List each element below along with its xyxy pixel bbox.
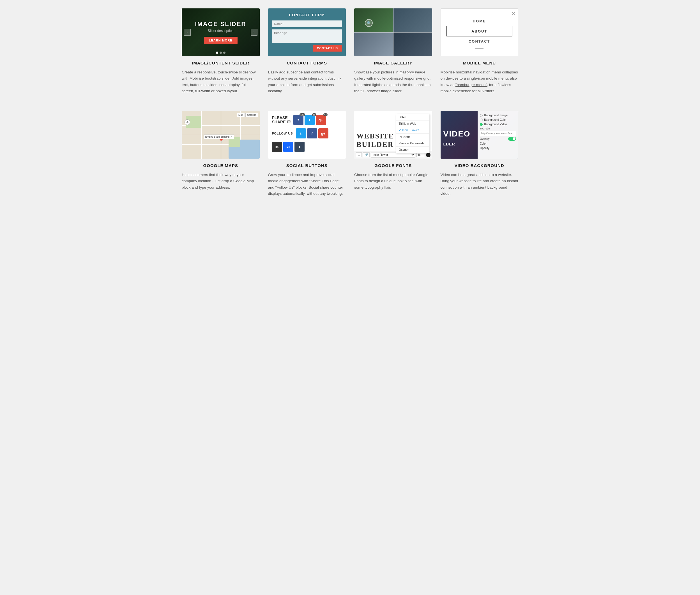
font-titillium[interactable]: Titillium Web: [396, 120, 429, 127]
card-desc-mobile: Mobirise horizontal navigation menu coll…: [440, 69, 518, 94]
font-align-left[interactable]: ☰: [356, 152, 362, 157]
card-video-background: VIDEOLDER Background Image Background Co…: [440, 111, 518, 197]
bootstrap-slider-link[interactable]: bootstrap slider: [205, 76, 231, 80]
follow-googleplus[interactable]: g+: [318, 129, 328, 138]
card-desc-contact: Easily add subscribe and contact forms w…: [268, 69, 346, 94]
background-video-link[interactable]: background video: [440, 185, 507, 196]
card-desc-social: Grow your audience and improve social me…: [268, 172, 346, 197]
contact-preview-image: CONTACT FORM CONTACT US: [268, 8, 346, 56]
video-overlay-toggle[interactable]: [508, 137, 516, 141]
features-row-1: ‹ IMAGE SLIDER Slider description LEARN …: [182, 8, 518, 94]
slider-dots: [216, 52, 225, 54]
social-googleplus-share[interactable]: g+47: [316, 115, 326, 125]
fb-count: 102: [299, 113, 305, 116]
map-road-v1: [201, 111, 201, 159]
card-mobile-menu: ✕ HOME ABOUT CONTACT MOBILE MENU Mobiris…: [440, 8, 518, 94]
font-oxygen[interactable]: Oxygen: [396, 147, 429, 153]
slider-dot-1[interactable]: [216, 52, 218, 54]
card-desc-slider: Create a responsive, touch-swipe slidesh…: [182, 69, 260, 94]
social-preview-content: PLEASESHARE IT! f102 t19 g+47: [268, 111, 346, 159]
card-google-fonts: Bitter Titillium Web Indie Flower PT Ser…: [354, 111, 432, 197]
follow-twitter[interactable]: t: [296, 129, 306, 138]
fonts-preview-content: Bitter Titillium Web Indie Flower PT Ser…: [354, 111, 432, 159]
gallery-cell-3: [354, 32, 393, 56]
map-label-close[interactable]: ✕: [230, 135, 233, 138]
card-google-maps: Map Satellite ✛ 📍 Empire State Building …: [182, 111, 260, 197]
fonts-demo-text: WEBSITE BUILDER: [356, 132, 396, 149]
follow-tumblr[interactable]: t: [294, 142, 304, 152]
social-follow-title: FOLLOW US: [272, 132, 293, 135]
social-twitter-share[interactable]: t19: [304, 115, 315, 125]
card-desc-gallery: Showcase your pictures in masonry image …: [354, 69, 432, 94]
video-bg-video-label: Background Video: [484, 123, 507, 126]
gallery-search-icon[interactable]: 🔍: [365, 19, 373, 27]
video-bg-video-radio[interactable]: [480, 123, 483, 126]
map-label-text: Empire State Building: [205, 135, 230, 138]
fonts-dropdown[interactable]: Bitter Titillium Web Indie Flower PT Ser…: [396, 114, 429, 153]
font-link[interactable]: 🔗: [363, 152, 370, 157]
card-desc-video: Video can be a great addition to a websi…: [440, 172, 518, 197]
font-yanone[interactable]: Yanone Kaffeesatz: [396, 140, 429, 147]
video-youtube-input[interactable]: [480, 131, 516, 136]
video-bg-image-label: Background Image: [484, 114, 508, 117]
follow-github[interactable]: gh: [272, 142, 282, 152]
video-bg-color-row: Background Color: [480, 118, 516, 121]
contact-submit-button[interactable]: CONTACT US: [313, 45, 342, 52]
contact-message-input[interactable]: [272, 29, 342, 43]
mobile-menu-close-icon[interactable]: ✕: [512, 11, 515, 16]
slider-right-arrow[interactable]: ›: [251, 29, 258, 36]
card-image-slider: ‹ IMAGE SLIDER Slider description LEARN …: [182, 8, 260, 94]
slider-learn-more-button[interactable]: LEARN MORE: [204, 37, 238, 44]
video-color-row: Color: [480, 142, 516, 145]
social-share-icons: f102 t19 g+47: [293, 115, 326, 125]
card-title-contact: CONTACT FORMS: [268, 60, 346, 65]
gallery-preview-image: 🔍: [354, 8, 432, 56]
video-overlay-label: Overlay: [480, 137, 489, 140]
map-map-button[interactable]: Map: [237, 113, 245, 117]
video-opacity-row: Opacity: [480, 147, 516, 150]
card-social-buttons: PLEASESHARE IT! f102 t19 g+47: [268, 111, 346, 197]
slider-dot-2[interactable]: [220, 52, 222, 54]
slider-preview-content: ‹ IMAGE SLIDER Slider description LEARN …: [182, 8, 260, 56]
slider-left-arrow[interactable]: ‹: [184, 29, 191, 36]
gallery-cell-4: [394, 32, 432, 56]
social-more-icons: gh Bē t: [272, 142, 342, 152]
card-title-video: VIDEO BACKGROUND: [440, 163, 518, 168]
fonts-preview-image: Bitter Titillium Web Indie Flower PT Ser…: [354, 111, 432, 159]
card-image-gallery: 🔍 IMAGE GALLERY Showcase your pictures i…: [354, 8, 432, 94]
video-bg-color-label: Background Color: [484, 118, 507, 121]
features-row-2: Map Satellite ✛ 📍 Empire State Building …: [182, 111, 518, 197]
video-bg-image-row: Background Image: [480, 114, 516, 117]
follow-facebook[interactable]: f: [307, 129, 317, 138]
mobile-nav-about[interactable]: ABOUT: [447, 26, 513, 36]
follow-behance[interactable]: Bē: [283, 142, 293, 152]
video-bg-color-radio[interactable]: [480, 118, 483, 121]
font-indie-flower[interactable]: Indie Flower: [396, 127, 429, 134]
font-pt-serif[interactable]: PT Serif: [396, 134, 429, 140]
slider-heading: IMAGE SLIDER: [195, 21, 246, 28]
slider-dot-3[interactable]: [223, 52, 225, 54]
masonry-gallery-link[interactable]: masonry image gallery: [354, 70, 426, 80]
video-opacity-label: Opacity: [480, 147, 489, 150]
social-share-title: PLEASESHARE IT!: [272, 116, 292, 124]
gallery-cell-1: [354, 8, 393, 32]
contact-name-input[interactable]: [272, 21, 342, 27]
mobile-menu-link[interactable]: mobile menu: [486, 76, 508, 80]
mobile-nav-home[interactable]: HOME: [441, 16, 518, 26]
contact-preview-content: CONTACT FORM CONTACT US: [268, 8, 346, 56]
hamburger-menu-link[interactable]: "hamburger menu": [455, 83, 487, 87]
card-title-maps: GOOGLE MAPS: [182, 163, 260, 168]
video-preview-content: VIDEOLDER Background Image Background Co…: [440, 111, 518, 159]
social-facebook-share[interactable]: f102: [293, 115, 303, 125]
slider-subtext: Slider description: [208, 29, 234, 33]
card-contact-forms: CONTACT FORM CONTACT US CONTACT FORMS Ea…: [268, 8, 346, 94]
mobile-nav-divider: [475, 48, 484, 49]
font-bitter[interactable]: Bitter: [396, 114, 429, 120]
map-satellite-button[interactable]: Satellite: [245, 113, 258, 117]
mobile-nav-contact[interactable]: CONTACT: [441, 36, 518, 46]
video-bg-video-row: Background Video: [480, 123, 516, 126]
gp-count: 47: [323, 113, 328, 116]
map-controls: Map Satellite: [237, 113, 258, 117]
contact-form-title: CONTACT FORM: [272, 13, 342, 17]
video-bg-image-radio[interactable]: [480, 114, 483, 117]
